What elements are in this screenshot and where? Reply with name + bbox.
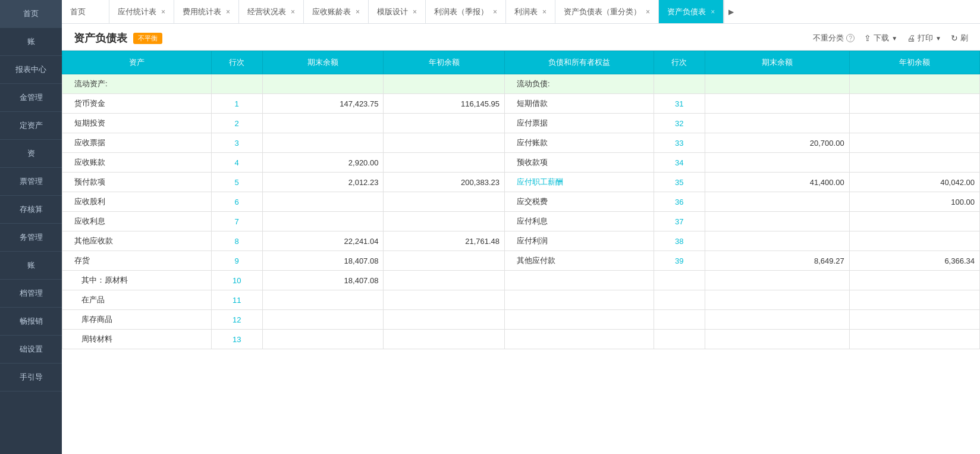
asset-name-6: 应收股利 [62, 192, 212, 212]
table-header-row: 资产 行次 期末余额 年初余额 负债和所有者权益 行次 期末余额 年初余额 [62, 51, 980, 74]
tab-operation[interactable]: 经营状况表 × [239, 0, 304, 23]
row-num-9: 9 [211, 251, 262, 271]
tab-receivable-aging-close[interactable]: × [356, 8, 360, 16]
table-row[interactable]: 货币资金 1 147,423.75 116,145.95 短期借款 31 [62, 94, 980, 114]
year-bal-11 [384, 290, 505, 310]
table-row[interactable]: 其中：原材料 10 18,407.08 [62, 271, 980, 290]
table-row[interactable]: 周转材料 13 [62, 330, 980, 349]
download-button[interactable]: ⇪ 下载 ▼ [864, 33, 897, 43]
liab-year-5: 40,042.00 [849, 173, 979, 192]
liab-end-10 [705, 271, 849, 290]
sidebar-item-reports[interactable]: 报表中心 [0, 56, 62, 84]
col-header-year-start2: 年初余额 [849, 51, 979, 74]
tab-profit-quarterly[interactable]: 利润表（季报） × [426, 0, 506, 23]
not-reclassify-label: 不重分类 [813, 33, 844, 43]
print-button[interactable]: 🖨 打印 ▼ [907, 33, 941, 43]
liab-name-11 [505, 290, 654, 310]
download-chevron: ▼ [891, 35, 897, 42]
liab-year-10 [849, 271, 979, 290]
tab-payable-stats-close[interactable]: × [161, 8, 165, 16]
section-current-assets: 流动资产: 流动负债: [62, 74, 980, 94]
tab-operation-label: 经营状况表 [247, 7, 286, 17]
sidebar-item-tax[interactable]: 务管理 [0, 224, 62, 252]
liab-row-11 [654, 290, 705, 310]
asset-name-10: 其中：原材料 [62, 271, 212, 290]
table-row[interactable]: 应收利息 7 应付利息 37 [62, 212, 980, 231]
liab-row-5: 35 [654, 173, 705, 192]
table-row[interactable]: 库存商品 12 [62, 310, 980, 330]
table-row[interactable]: 应收股利 6 应交税费 36 100.00 [62, 192, 980, 212]
table-container: 资产 行次 期末余额 年初余额 负债和所有者权益 行次 期末余额 年初余额 流动… [62, 51, 980, 454]
liab-end-4 [705, 153, 849, 173]
asset-name-8: 其他应收款 [62, 231, 212, 251]
refresh-button[interactable]: ↻ 刷 [951, 33, 968, 43]
asset-name-11: 在产品 [62, 290, 212, 310]
tab-template-close[interactable]: × [413, 8, 417, 16]
liab-row-8: 38 [654, 231, 705, 251]
table-row[interactable]: 在产品 11 [62, 290, 980, 310]
liab-row-2: 32 [654, 114, 705, 133]
tab-expense-stats[interactable]: 费用统计表 × [174, 0, 239, 23]
table-row[interactable]: 其他应收款 8 22,241.04 21,761.48 应付利润 38 [62, 231, 980, 251]
liab-year-4 [849, 153, 979, 173]
end-bal-3 [262, 133, 384, 153]
sidebar-item-inventory[interactable]: 存核算 [0, 196, 62, 224]
sidebar-item-capital[interactable]: 资 [0, 140, 62, 168]
download-icon: ⇪ [864, 33, 871, 43]
sidebar-item-home[interactable]: 首页 [0, 0, 62, 28]
not-reclassify-button[interactable]: 不重分类 ? [813, 33, 855, 43]
row-num-12: 12 [211, 310, 262, 330]
sidebar-item-account[interactable]: 账 [0, 252, 62, 280]
tab-profit-close[interactable]: × [542, 8, 546, 16]
end-bal-12 [262, 310, 384, 330]
table-row[interactable]: 应收账款 4 2,920.00 预收款项 34 [62, 153, 980, 173]
tab-balance[interactable]: 资产负债表 × [659, 0, 724, 23]
tab-profit-quarterly-close[interactable]: × [493, 8, 497, 16]
tab-arrow-right[interactable]: ▶ [724, 0, 738, 23]
tab-receivable-aging[interactable]: 应收账龄表 × [304, 0, 369, 23]
asset-name-13: 周转材料 [62, 330, 212, 349]
liab-row-12 [654, 310, 705, 330]
tab-home[interactable]: 首页 [62, 0, 109, 23]
tab-template[interactable]: 模版设计 × [369, 0, 426, 23]
sidebar-item-invoice[interactable]: 票管理 [0, 168, 62, 196]
end-bal-4: 2,920.00 [262, 153, 384, 173]
sidebar-item-guide[interactable]: 手引导 [0, 364, 62, 392]
table-row[interactable]: 存货 9 18,407.08 其他应付款 39 8,649.27 6,366.3… [62, 251, 980, 271]
end-bal-11 [262, 290, 384, 310]
liab-name-13 [505, 330, 654, 349]
liab-year-9: 6,366.34 [849, 251, 979, 271]
sidebar-item-ledger[interactable]: 账 [0, 28, 62, 56]
sidebar-item-finance[interactable]: 金管理 [0, 84, 62, 112]
section-ca-end [262, 74, 384, 94]
row-num-4: 4 [211, 153, 262, 173]
liab-name-3: 应付账款 [505, 133, 654, 153]
printer-icon: 🖨 [907, 33, 915, 43]
liab-name-4: 预收款项 [505, 153, 654, 173]
tab-operation-close[interactable]: × [291, 8, 295, 16]
col-header-row-num2: 行次 [654, 51, 705, 74]
table-row[interactable]: 短期投资 2 应付票据 32 [62, 114, 980, 133]
sidebar-item-settings[interactable]: 础设置 [0, 336, 62, 364]
asset-name-7: 应收利息 [62, 212, 212, 231]
sidebar: 首页 账 报表中心 金管理 定资产 资 票管理 存核算 务管理 账 档管理 畅报… [0, 0, 62, 454]
col-header-end-balance: 期末余额 [262, 51, 384, 74]
tab-balance-close[interactable]: × [711, 8, 715, 16]
table-row[interactable]: 应收票据 3 应付账款 33 20,700.00 [62, 133, 980, 153]
liab-end-6 [705, 192, 849, 212]
tab-balance-reclassify-close[interactable]: × [646, 8, 650, 16]
sidebar-item-expense[interactable]: 畅报销 [0, 308, 62, 336]
table-row[interactable]: 预付款项 5 2,012.23 200,383.23 应付职工薪酬 35 41,… [62, 173, 980, 192]
sidebar-item-fixed-assets[interactable]: 定资产 [0, 112, 62, 140]
tab-profit[interactable]: 利润表 × [506, 0, 555, 23]
liab-row-10 [654, 271, 705, 290]
tab-expense-stats-close[interactable]: × [226, 8, 230, 16]
tab-balance-reclassify[interactable]: 资产负债表（重分类） × [555, 0, 659, 23]
row-num-7: 7 [211, 212, 262, 231]
section-cl-year [849, 74, 979, 94]
year-bal-9 [384, 251, 505, 271]
year-bal-6 [384, 192, 505, 212]
asset-name-4: 应收账款 [62, 153, 212, 173]
sidebar-item-archive[interactable]: 档管理 [0, 280, 62, 308]
tab-payable-stats[interactable]: 应付统计表 × [109, 0, 174, 23]
